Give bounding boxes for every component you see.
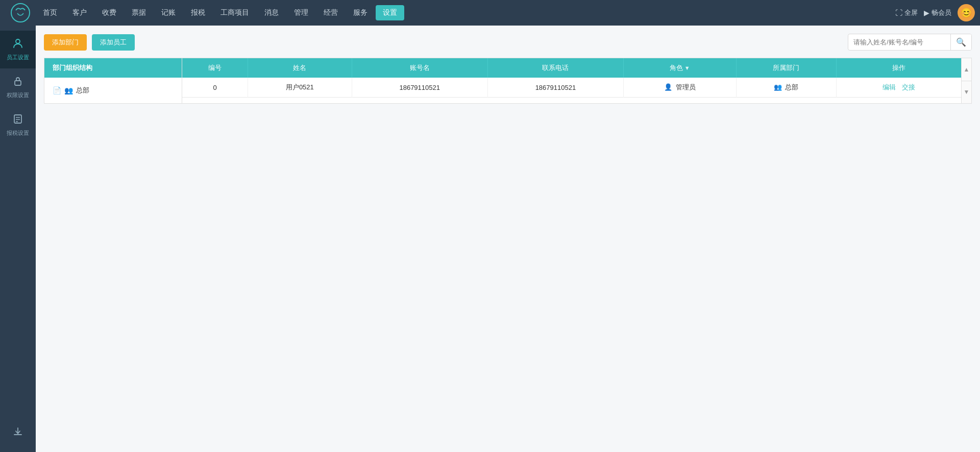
employee-table: 编号 姓名 账号名 联系电话 角色 ▼ 所属部门 操作 <box>182 58 961 103</box>
sidebar-employee-label: 员工设置 <box>7 54 29 61</box>
cell-account: 18679110521 <box>352 78 487 98</box>
dept-value: 总部 <box>785 83 798 91</box>
nav-settings[interactable]: 设置 <box>376 5 404 20</box>
cell-dept: 👥 总部 <box>736 78 836 98</box>
role-filter[interactable]: 角色 ▼ <box>670 63 690 73</box>
edit-link[interactable]: 编辑 <box>883 83 896 91</box>
employee-icon <box>12 38 23 52</box>
fullscreen-icon: ⛶ <box>895 9 902 17</box>
nav-customer[interactable]: 客户 <box>65 5 94 20</box>
emp-data-table: 编号 姓名 账号名 联系电话 角色 ▼ 所属部门 操作 <box>182 58 961 98</box>
svg-rect-2 <box>15 81 21 85</box>
search-button[interactable]: 🔍 <box>950 34 971 50</box>
vip-icon: ▶ <box>924 9 929 17</box>
add-department-button[interactable]: 添加部门 <box>44 34 87 51</box>
table-row: 0 用户0521 18679110521 18679110521 👤 管理员 👥… <box>182 78 961 98</box>
transfer-link[interactable]: 交接 <box>902 83 915 91</box>
scroll-up-arrow[interactable]: ▲ <box>962 58 971 81</box>
main-layout: 员工设置 权限设置 报税设置 <box>0 26 980 452</box>
dept-user-icon: 👥 <box>64 86 73 94</box>
dept-tree: 部门组织结构 📄 👥 总部 <box>44 58 182 103</box>
sidebar-item-tax-settings[interactable]: 报税设置 <box>0 106 36 144</box>
svg-point-0 <box>11 4 30 22</box>
dept-user-icon-cell: 👥 <box>774 83 782 91</box>
sidebar-bottom <box>0 421 36 452</box>
nav-accounting[interactable]: 记账 <box>154 5 183 20</box>
nav-manage[interactable]: 管理 <box>287 5 315 20</box>
th-role[interactable]: 角色 ▼ <box>623 58 736 78</box>
filter-icon: ▼ <box>684 65 690 71</box>
avatar-icon: 😊 <box>961 7 972 18</box>
role-user-icon: 👤 <box>664 83 672 91</box>
nav-items: 首页 客户 收费 票据 记账 报税 工商项目 消息 管理 经营 服务 设置 <box>36 5 895 20</box>
role-value: 管理员 <box>676 83 696 91</box>
nav-home[interactable]: 首页 <box>36 5 64 20</box>
search-bar: 🔍 <box>848 34 972 51</box>
role-label: 角色 <box>670 63 683 73</box>
dept-tree-header: 部门组织结构 <box>44 58 182 78</box>
svg-point-1 <box>16 39 20 43</box>
tax-settings-icon <box>12 113 23 127</box>
nav-fee[interactable]: 收费 <box>95 5 124 20</box>
cell-role: 👤 管理员 <box>623 78 736 98</box>
nav-message[interactable]: 消息 <box>257 5 286 20</box>
table-layout: 部门组织结构 📄 👥 总部 编号 姓名 账号名 <box>44 58 972 104</box>
sidebar-permission-label: 权限设置 <box>7 91 29 99</box>
cell-phone: 18679110521 <box>487 78 623 98</box>
cell-name: 用户0521 <box>248 78 352 98</box>
cell-id: 0 <box>182 78 248 98</box>
permission-icon <box>12 76 23 89</box>
table-header: 编号 姓名 账号名 联系电话 角色 ▼ 所属部门 操作 <box>182 58 961 78</box>
th-dept: 所属部门 <box>736 58 836 78</box>
app-logo <box>5 0 36 26</box>
sidebar-item-permission[interactable]: 权限设置 <box>0 68 36 106</box>
dept-tree-body: 📄 👥 总部 <box>44 78 182 103</box>
table-header-row: 编号 姓名 账号名 联系电话 角色 ▼ 所属部门 操作 <box>182 58 961 78</box>
download-button[interactable] <box>0 421 36 444</box>
th-name: 姓名 <box>248 58 352 78</box>
action-bar: 添加部门 添加员工 🔍 <box>44 34 972 51</box>
user-avatar[interactable]: 😊 <box>958 4 975 21</box>
search-input[interactable] <box>848 35 950 49</box>
nav-service[interactable]: 服务 <box>346 5 375 20</box>
nav-operation[interactable]: 经营 <box>316 5 345 20</box>
add-employee-button[interactable]: 添加员工 <box>92 34 135 51</box>
table-body: 0 用户0521 18679110521 18679110521 👤 管理员 👥… <box>182 78 961 98</box>
download-icon <box>12 426 23 439</box>
nav-bills[interactable]: 票据 <box>125 5 153 20</box>
scroll-arrows: ▲ ▼ <box>961 58 971 103</box>
fullscreen-label: 全屏 <box>904 8 918 17</box>
nav-business[interactable]: 工商项目 <box>213 5 256 20</box>
nav-tax[interactable]: 报税 <box>184 5 212 20</box>
dept-tree-item[interactable]: 📄 👥 总部 <box>51 83 176 98</box>
content-area: 添加部门 添加员工 🔍 部门组织结构 📄 👥 总部 <box>36 26 980 452</box>
th-action: 操作 <box>836 58 961 78</box>
vip-button[interactable]: ▶ 畅会员 <box>924 8 951 17</box>
sidebar: 员工设置 权限设置 报税设置 <box>0 26 36 452</box>
th-phone: 联系电话 <box>487 58 623 78</box>
fullscreen-button[interactable]: ⛶ 全屏 <box>895 8 918 17</box>
top-navigation: 首页 客户 收费 票据 记账 报税 工商项目 消息 管理 经营 服务 设置 ⛶ … <box>0 0 980 26</box>
dept-file-icon: 📄 <box>53 86 61 94</box>
th-account: 账号名 <box>352 58 487 78</box>
th-id: 编号 <box>182 58 248 78</box>
dept-name: 总部 <box>76 86 89 95</box>
nav-right-area: ⛶ 全屏 ▶ 畅会员 😊 <box>895 4 975 21</box>
vip-label: 畅会员 <box>932 8 951 17</box>
cell-actions: 编辑 交接 <box>836 78 961 98</box>
scroll-down-arrow[interactable]: ▼ <box>962 81 971 104</box>
sidebar-tax-label: 报税设置 <box>7 129 29 137</box>
sidebar-item-employee[interactable]: 员工设置 <box>0 31 36 68</box>
